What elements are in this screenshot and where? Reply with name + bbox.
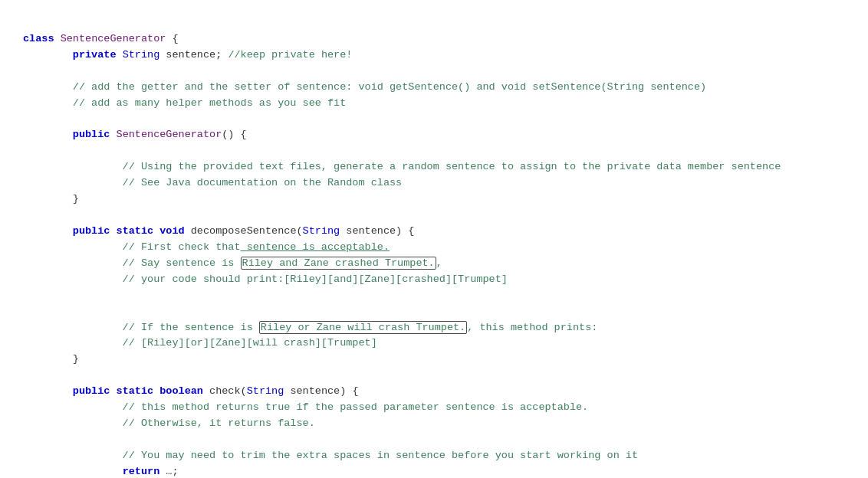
comment-trim-spaces: // You may need to trim the extra spaces… [23,450,638,461]
comment-boxed-1: Riley and Zane crashed Trumpet. [241,257,436,270]
keyword-static-2: static [117,385,154,397]
comment-if-sentence: // If the sentence is [23,322,259,333]
type-string-3: String [247,385,284,397]
comment-say-sentence: // Say sentence is [23,257,241,269]
comment-keep-private: //keep private here! [228,49,352,61]
keyword-class: class [23,33,54,44]
keyword-static-1: static [117,225,154,237]
type-string-2: String [303,225,340,237]
keyword-void-1: void [159,225,184,237]
comment-returns-true: // this method returns true if the passe… [23,401,588,413]
type-string: String [123,49,160,61]
keyword-return: return [123,466,160,477]
comment-boxed-2: Riley or Zane will crash Trumpet. [259,321,467,334]
comment-sentence-acceptable: sentence is acceptable. [241,241,390,253]
comment-riley-or: // [Riley][or][Zane][will crash][Trumpet… [23,337,377,349]
comment-helper-methods: // add as many helper methods as you see… [23,97,346,109]
keyword-public-2: public [73,225,110,237]
keyword-public-1: public [73,129,110,140]
class-name: SentenceGenerator [61,33,166,44]
code-editor: class SentenceGenerator { private String… [23,15,845,478]
keyword-private: private [73,49,117,61]
constructor-name: SentenceGenerator [117,129,222,140]
comment-getter-setter: // add the getter and the setter of sent… [23,81,706,93]
comment-using-text-files: // Using the provided text files, genera… [23,161,781,172]
comment-your-code: // your code should print:[Riley][and][Z… [23,273,508,285]
comment-first-check: // First check that [23,241,241,253]
comment-returns-false: // Otherwise, it returns false. [23,417,315,429]
keyword-boolean: boolean [159,385,203,397]
comment-see-java-doc: // See Java documentation on the Random … [23,177,402,188]
keyword-public-3: public [73,385,110,397]
